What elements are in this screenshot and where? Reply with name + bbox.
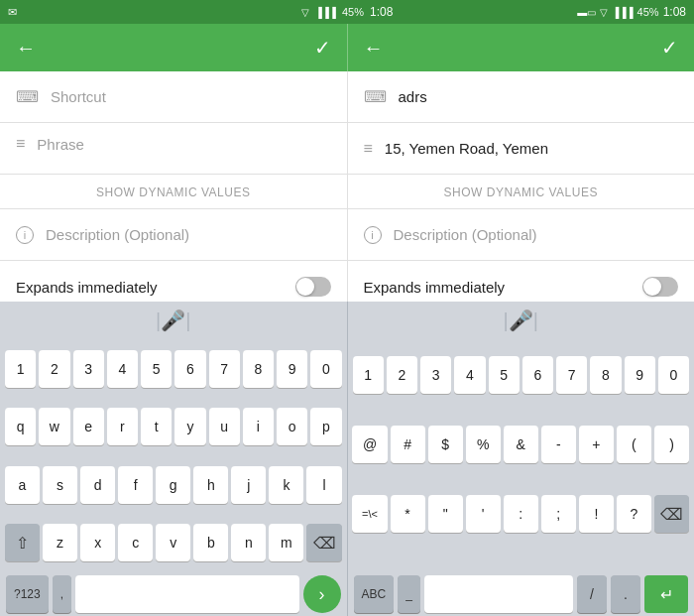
key-4-left[interactable]: 4 [107,350,138,388]
wifi-icon: ▽ [600,7,608,18]
key-1-right[interactable]: 1 [353,356,384,394]
key-t[interactable]: t [141,408,172,445]
key-star[interactable]: * [391,495,425,533]
back-button-right[interactable]: ← [364,37,384,60]
key-5-right[interactable]: 5 [489,356,520,394]
mic-icon-left[interactable]: 🎤 [161,308,185,332]
backspace-key-right[interactable]: ⌫ [654,495,689,533]
asdf-row-left: a s d f g h j k l [2,457,345,513]
key-g[interactable]: g [156,466,190,504]
shift-key[interactable]: ⇧ [5,524,40,561]
key-openparen[interactable]: ( [617,426,651,463]
key-semicolon[interactable]: ; [541,495,576,533]
key-w[interactable]: w [39,408,69,445]
key-3-left[interactable]: 3 [73,350,104,388]
key-ampersand[interactable]: & [504,426,538,463]
back-button-left[interactable]: ← [16,37,36,60]
shortcut-field-row[interactable]: ⌨ Shortcut [0,71,347,123]
key-q[interactable]: q [5,408,36,445]
keyboard-left-half: 1 2 3 4 5 6 7 8 9 0 q w e r t y u i [0,339,347,572]
key-3-right[interactable]: 3 [420,356,451,394]
key-d[interactable]: d [80,466,115,504]
key-u[interactable]: u [209,408,240,445]
key-closeparen[interactable]: ) [654,426,689,463]
key-j[interactable]: j [231,466,266,504]
key-h[interactable]: h [193,466,228,504]
key-x[interactable]: x [80,524,115,561]
key-p[interactable]: p [310,408,341,445]
key-9-left[interactable]: 9 [277,350,307,388]
underscore-key[interactable]: _ [398,575,420,613]
keyboard-icon-left: ⌨ [16,87,39,106]
key-8-right[interactable]: 8 [590,356,621,394]
send-button-left[interactable]: › [303,575,341,613]
check-button-left[interactable]: ✓ [314,36,331,60]
abc-key[interactable]: ABC [354,575,395,613]
key-at[interactable]: @ [352,426,387,463]
key-7-left[interactable]: 7 [209,350,240,388]
key-n[interactable]: n [231,524,266,561]
key-equals[interactable]: =\< [352,495,387,533]
key-z[interactable]: z [43,524,77,561]
key-2-left[interactable]: 2 [39,350,69,388]
key-9-right[interactable]: 9 [625,356,655,394]
key-quote[interactable]: " [428,495,463,533]
key-v[interactable]: v [156,524,190,561]
description-row-right[interactable]: i Description (Optional) [348,209,695,261]
key-l[interactable]: l [306,466,341,504]
zxcv-row-left: ⇧ z x c v b n m ⌫ [2,516,345,571]
key-plus[interactable]: + [579,426,614,463]
check-button-right[interactable]: ✓ [661,36,678,60]
key-m[interactable]: m [269,524,303,561]
key-6-left[interactable]: 6 [174,350,205,388]
time-display: 1:08 [370,5,393,19]
key-k[interactable]: k [269,466,303,504]
keyboards-container: 1 2 3 4 5 6 7 8 9 0 q w e r t y u i [0,339,694,572]
key-o[interactable]: o [277,408,307,445]
key-1-left[interactable]: 1 [5,350,36,388]
expands-toggle-left[interactable] [295,277,331,297]
space-key-left[interactable] [75,575,298,613]
key-0-left[interactable]: 0 [310,350,341,388]
key-4-right[interactable]: 4 [454,356,485,394]
return-key[interactable]: ↵ [644,575,688,613]
key-y[interactable]: y [174,408,205,445]
key-percent[interactable]: % [466,426,501,463]
key-6-right[interactable]: 6 [522,356,553,394]
description-row-left[interactable]: i Description (Optional) [0,209,347,261]
mode-key[interactable]: ?123 [6,575,49,613]
dot-key[interactable]: . [611,575,640,613]
key-7-right[interactable]: 7 [556,356,587,394]
key-apostrophe[interactable]: ' [466,495,501,533]
phrase-value-row[interactable]: ≡ 15, Yemen Road, Yemen [348,123,695,175]
shortcut-value-row[interactable]: ⌨ adrs [348,71,695,123]
slash-key[interactable]: / [577,575,607,613]
key-c[interactable]: c [118,524,153,561]
key-e[interactable]: e [73,408,104,445]
key-dollar[interactable]: $ [428,426,463,463]
key-8-left[interactable]: 8 [243,350,274,388]
backspace-key[interactable]: ⌫ [306,524,341,561]
key-hash[interactable]: # [391,426,425,463]
key-s[interactable]: s [43,466,77,504]
key-exclaim[interactable]: ! [579,495,614,533]
key-b[interactable]: b [193,524,228,561]
key-a[interactable]: a [5,466,40,504]
key-5-left[interactable]: 5 [141,350,172,388]
key-2-right[interactable]: 2 [387,356,417,394]
comma-key[interactable]: , [53,575,71,613]
show-dynamic-left[interactable]: SHOW DYNAMIC VALUES [0,175,347,209]
key-colon[interactable]: : [504,495,538,533]
expands-toggle-right[interactable] [642,277,678,297]
key-question[interactable]: ? [617,495,651,533]
mic-icon-right[interactable]: 🎤 [509,308,533,332]
key-minus[interactable]: - [541,426,576,463]
show-dynamic-right[interactable]: SHOW DYNAMIC VALUES [348,175,695,209]
key-r[interactable]: r [107,408,138,445]
key-f[interactable]: f [118,466,153,504]
phrase-field-row[interactable]: ≡ Phrase [0,123,347,175]
space-key-right[interactable] [424,575,573,613]
key-i[interactable]: i [243,408,274,445]
signal-bar-icon: ▐▐▐ [612,7,633,18]
key-0-right[interactable]: 0 [658,356,689,394]
